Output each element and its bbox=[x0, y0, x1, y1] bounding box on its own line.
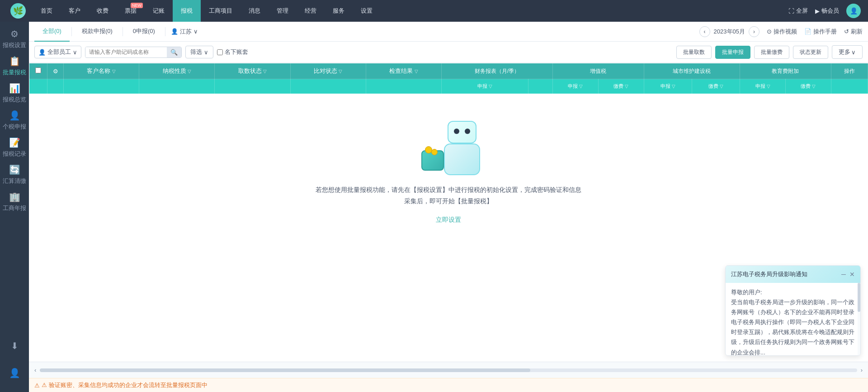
warn-message: ⚠ ⚠ 验证账密、采集信息均成功的企业才会流转至批量报税页面中 bbox=[34, 381, 863, 389]
scroll-right-btn[interactable]: › bbox=[861, 367, 863, 373]
sidebar-item-personal-tax[interactable]: 👤 个税申报 bbox=[0, 107, 29, 134]
logo: 🌿 bbox=[7, 0, 29, 22]
notification-minimize-btn[interactable]: ─ bbox=[841, 271, 846, 278]
sidebar-item-annual-report[interactable]: 🏢 工商年报 bbox=[0, 188, 29, 215]
filter-icon-edu-declare[interactable]: ▽ bbox=[767, 84, 770, 89]
col-group-vat: 增值税 bbox=[552, 63, 644, 79]
video-icon: ⊙ bbox=[767, 28, 772, 35]
sidebar-item-settlement[interactable]: 🔄 汇算清缴 bbox=[0, 161, 29, 188]
tab-tax-declare[interactable]: 税款申报 (0) bbox=[74, 22, 121, 42]
notification-close-btn[interactable]: ✕ bbox=[849, 271, 855, 278]
filter-icon-city-pay[interactable]: ▽ bbox=[720, 84, 723, 89]
annual-report-icon: 🏢 bbox=[9, 191, 20, 202]
refresh-btn[interactable]: ↺ 刷新 bbox=[844, 28, 863, 36]
more-btn[interactable]: 更多 ∨ bbox=[832, 45, 863, 59]
account-checkbox-label[interactable]: 名下账套 bbox=[217, 48, 248, 56]
horizontal-scrollbar[interactable] bbox=[40, 368, 857, 372]
sub-op-empty bbox=[831, 79, 868, 94]
notification-panel: 江苏电子税务局升级影响通知 ─ ✕ 尊敬的用户: 受当前电子税务局进一步升级的影… bbox=[725, 265, 861, 356]
batch-fetch-btn[interactable]: 批量取数 bbox=[676, 46, 712, 59]
filter-button[interactable]: 筛选 ∨ bbox=[185, 46, 213, 58]
search-box: 🔍 bbox=[85, 47, 182, 58]
search-button[interactable]: 🔍 bbox=[167, 47, 181, 57]
operation-video-link[interactable]: ⊙ 操作视频 bbox=[767, 28, 797, 36]
current-period: 2023年05月 bbox=[714, 28, 745, 36]
sidebar-download[interactable]: ⬇ bbox=[0, 332, 29, 359]
filter-icon-fetch[interactable]: ▽ bbox=[263, 69, 267, 74]
sub-tabs-right-actions: ‹ 2023年05月 › ⊙ 操作视频 📄 操作手册 ↺ 刷新 bbox=[699, 26, 863, 37]
account-checkbox[interactable] bbox=[217, 49, 223, 55]
col-operation: 操作 bbox=[831, 63, 868, 79]
col-tax-nature: 纳税性质 ▽ bbox=[139, 63, 215, 79]
tab-divider-2 bbox=[123, 27, 123, 36]
operation-manual-link[interactable]: 📄 操作手册 bbox=[804, 28, 837, 36]
filter-icon-vat-pay[interactable]: ▽ bbox=[625, 84, 628, 89]
notification-scrollbar[interactable] bbox=[858, 283, 860, 355]
next-period-btn[interactable]: › bbox=[749, 26, 760, 37]
data-table: ⚙ 客户名称 ▽ 纳税性质 ▽ 取数状态 ▽ bbox=[29, 63, 868, 251]
nav-invoice[interactable]: 票据 NEW bbox=[117, 0, 145, 22]
filter-icon-vat-declare[interactable]: ▽ bbox=[579, 84, 583, 89]
nav-fee[interactable]: 收费 bbox=[89, 0, 117, 22]
setup-link[interactable]: 立即设置 bbox=[436, 216, 461, 224]
notification-title: 江苏电子税务局升级影响通知 bbox=[731, 270, 807, 278]
filter-icon-check[interactable]: ▽ bbox=[415, 69, 418, 74]
avatar[interactable]: 👤 bbox=[846, 4, 861, 18]
tax-settings-icon: ⚙ bbox=[10, 29, 19, 39]
sub-empty-7 bbox=[366, 79, 441, 94]
sub-edu-pay: 缴费 ▽ bbox=[785, 79, 831, 94]
sidebar-item-tax-overview[interactable]: 📊 报税总览 bbox=[0, 80, 29, 107]
filter-icon-fin-declare[interactable]: ▽ bbox=[489, 84, 492, 89]
sidebar-item-batch-tax[interactable]: 📋 批量报税 bbox=[0, 53, 29, 80]
filter-icon-edu-pay[interactable]: ▽ bbox=[812, 84, 816, 89]
settlement-icon: 🔄 bbox=[9, 164, 20, 175]
nav-settings[interactable]: 设置 bbox=[353, 0, 381, 22]
member-btn[interactable]: ▶ 畅会员 bbox=[815, 7, 839, 15]
nav-message[interactable]: 消息 bbox=[241, 0, 269, 22]
nav-tax[interactable]: 报税 bbox=[173, 0, 201, 22]
search-input[interactable] bbox=[85, 47, 167, 57]
nav-operation[interactable]: 经营 bbox=[297, 0, 325, 22]
sidebar-item-tax-settings[interactable]: ⚙ 报税设置 bbox=[0, 25, 29, 53]
tab-all[interactable]: 全部 (0) bbox=[34, 22, 70, 42]
tax-overview-icon: 📊 bbox=[9, 83, 20, 94]
sidebar-user[interactable]: 👤 bbox=[0, 359, 29, 387]
user-icon: 👤 bbox=[9, 368, 20, 378]
sub-empty-3 bbox=[64, 79, 139, 94]
gear-icon[interactable]: ⚙ bbox=[53, 68, 58, 75]
tab-divider-1 bbox=[71, 27, 72, 36]
filter-icon-tax-nature[interactable]: ▽ bbox=[188, 69, 191, 74]
personal-tax-icon: 👤 bbox=[9, 110, 20, 121]
nav-home[interactable]: 首页 bbox=[33, 0, 61, 22]
prev-period-btn[interactable]: ‹ bbox=[699, 26, 710, 37]
sub-empty-5 bbox=[215, 79, 290, 94]
sidebar-item-tax-records[interactable]: 📝 报税记录 bbox=[0, 134, 29, 161]
nav-manage[interactable]: 管理 bbox=[269, 0, 297, 22]
employee-select[interactable]: 👤 全部员工 ∨ bbox=[34, 46, 81, 58]
chevron-down-icon: ∨ bbox=[193, 28, 198, 35]
tab-zero-declare[interactable]: 0申报 (0) bbox=[125, 22, 163, 42]
status-update-btn[interactable]: 状态更新 bbox=[793, 46, 828, 59]
more-chevron-icon: ∨ bbox=[851, 49, 856, 56]
filter-icon-customer[interactable]: ▽ bbox=[112, 69, 116, 74]
nav-service[interactable]: 服务 bbox=[325, 0, 353, 22]
sub-empty-1 bbox=[29, 79, 47, 94]
nav-business[interactable]: 工商项目 bbox=[201, 0, 241, 22]
nav-accounting[interactable]: 记账 bbox=[145, 0, 173, 22]
select-chevron-icon: ∨ bbox=[73, 49, 77, 56]
region-selector[interactable]: 👤 江苏 ∨ bbox=[167, 26, 202, 38]
tab-divider-3 bbox=[165, 27, 165, 36]
filter-icon-compare[interactable]: ▽ bbox=[339, 69, 342, 74]
select-all-checkbox[interactable] bbox=[35, 67, 41, 73]
warn-bar: ⚠ ⚠ 验证账密、采集信息均成功的企业才会流转至批量报税页面中 bbox=[29, 378, 868, 392]
scroll-left-btn[interactable]: ‹ bbox=[34, 367, 36, 373]
sub-empty-4 bbox=[139, 79, 215, 94]
filter-icon-city-declare[interactable]: ▽ bbox=[672, 84, 675, 89]
nav-customer[interactable]: 客户 bbox=[61, 0, 89, 22]
batch-declare-btn[interactable]: 批量申报 bbox=[715, 46, 750, 59]
sub-city-pay: 缴费 ▽ bbox=[692, 79, 740, 94]
fullscreen-btn[interactable]: ⛶ 全屏 bbox=[788, 7, 808, 15]
table-sub-header-row: 申报 ▽ 申报 ▽ 缴费 ▽ 申报 ▽ 缴费 ▽ bbox=[29, 79, 868, 94]
batch-pay-btn[interactable]: 批量缴费 bbox=[754, 46, 789, 59]
tax-records-icon: 📝 bbox=[9, 137, 20, 148]
